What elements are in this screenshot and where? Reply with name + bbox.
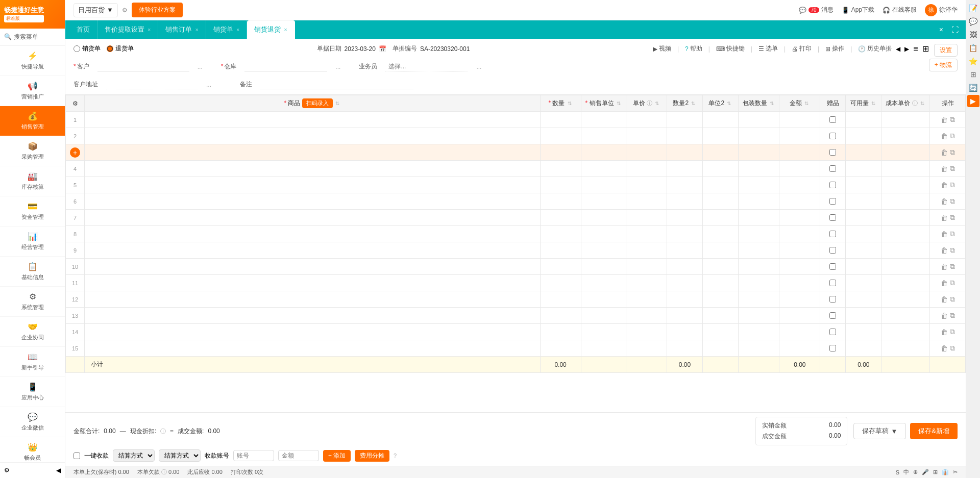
delete-row-1[interactable]: 🗑 [941, 115, 948, 124]
doc-date-value[interactable]: 2023-03-20 [345, 45, 376, 53]
delete-row[interactable]: 🗑 [941, 279, 948, 287]
product-cell[interactable] [85, 259, 541, 275]
tab-sale-return[interactable]: 销货退货 × [247, 20, 295, 39]
copy-row[interactable]: ⧉ [950, 164, 955, 173]
radio-sale-input[interactable] [74, 45, 80, 52]
notification-item[interactable]: 💬 70 消息 [799, 6, 834, 14]
product-input-3[interactable] [89, 148, 536, 156]
qty-sort-icon[interactable]: ⇅ [568, 100, 572, 106]
sidebar-item-base[interactable]: 📋 基础信息 [0, 257, 65, 287]
gift-checkbox-2[interactable] [829, 133, 836, 139]
tab-sale-deliver-close[interactable]: × [236, 27, 239, 33]
copy-row[interactable]: ⧉ [950, 311, 955, 320]
product-cell-3[interactable] [85, 144, 541, 161]
delete-row[interactable]: 🗑 [941, 328, 948, 336]
gift-cell-2[interactable] [820, 128, 846, 144]
video-help-btn[interactable]: ▶ 视频 [653, 44, 671, 53]
delete-row[interactable]: 🗑 [941, 181, 948, 189]
gift-checkbox-1[interactable] [829, 116, 836, 123]
right-panel-star[interactable]: ⭐ [967, 55, 979, 67]
sidebar-item-system[interactable]: ⚙ 系统管理 [0, 287, 65, 317]
one-click-payment-checkbox[interactable] [74, 452, 80, 459]
scan-input-button[interactable]: 扫码录入 [302, 98, 333, 108]
settings-gear-icon[interactable]: ⚙ [122, 7, 128, 14]
next-doc-icon[interactable]: ▶ [904, 45, 909, 53]
sidebar-item-operations[interactable]: 📊 经营管理 [0, 227, 65, 257]
price-cell-3[interactable] [626, 144, 667, 161]
gift-checkbox[interactable] [829, 231, 836, 237]
qty2-cell-1[interactable] [667, 112, 702, 128]
product-cell[interactable] [85, 161, 541, 177]
product-cell-2[interactable] [85, 128, 541, 144]
sidebar-item-finance[interactable]: 💳 资金管理 [0, 196, 65, 227]
add-row-button[interactable]: + [70, 147, 80, 158]
view-grid-icon[interactable]: ⊞ [922, 44, 929, 54]
price-cell-1[interactable] [626, 112, 667, 128]
right-panel-grid[interactable]: ⊞ [967, 68, 979, 81]
copy-row-1[interactable]: ⧉ [950, 115, 955, 124]
product-cell[interactable] [85, 177, 541, 193]
copy-row[interactable]: ⧉ [950, 262, 955, 271]
add-row-cell[interactable]: + [66, 144, 85, 161]
copy-row[interactable]: ⧉ [950, 181, 955, 189]
gift-checkbox[interactable] [829, 263, 836, 270]
delete-row[interactable]: 🗑 [941, 213, 948, 222]
copy-row-2[interactable]: ⧉ [950, 132, 955, 140]
collapse-icon[interactable]: ◀ [56, 467, 61, 474]
calc-method-select[interactable]: 结算方式 [159, 449, 201, 462]
amount-cell-1[interactable] [779, 112, 820, 128]
qty2-cell-2[interactable] [667, 128, 702, 144]
copy-row[interactable]: ⧉ [950, 344, 955, 353]
unit2-cell-3[interactable] [702, 144, 738, 161]
avail-cell-1[interactable] [846, 112, 881, 128]
price-sort-icon[interactable]: ⇅ [655, 100, 659, 106]
save-new-button[interactable]: 保存&新增 [910, 423, 958, 439]
user-profile-item[interactable]: 徐 徐泽华 [925, 4, 958, 16]
tab-sale-deliver[interactable]: 销货单 × [206, 20, 247, 39]
delete-row[interactable]: 🗑 [941, 164, 948, 173]
sidebar-item-sales[interactable]: 💰 销售管理 [0, 106, 65, 136]
gift-checkbox[interactable] [829, 329, 836, 335]
copy-row[interactable]: ⧉ [950, 230, 955, 238]
product-cell[interactable] [85, 210, 541, 226]
delete-row-3[interactable]: 🗑 [941, 148, 948, 157]
delete-row[interactable]: 🗑 [941, 230, 948, 238]
sidebar-item-inventory[interactable]: 🏭 库存核算 [0, 166, 65, 196]
qty2-sort-icon[interactable]: ⇅ [691, 100, 695, 106]
delete-row[interactable]: 🗑 [941, 197, 948, 206]
calendar-icon[interactable]: 📅 [379, 45, 386, 53]
pack-sort-icon[interactable]: ⇅ [770, 100, 774, 106]
unit2-cell-2[interactable] [702, 128, 738, 144]
sidebar-item-wechat[interactable]: 💬 企业微信 [0, 407, 65, 437]
fullscreen-button[interactable]: ⛶ [948, 24, 962, 35]
amount-cell-2[interactable] [779, 128, 820, 144]
product-cell[interactable] [85, 193, 541, 210]
product-cell-1[interactable] [85, 112, 541, 128]
delete-row[interactable]: 🗑 [941, 246, 948, 255]
search-menu-item[interactable]: 🔍 搜索菜单 [0, 29, 65, 46]
unit-cell-2[interactable] [581, 128, 626, 144]
gift-checkbox[interactable] [829, 182, 836, 188]
address-input[interactable] [106, 80, 198, 89]
tab-sale-order[interactable]: 销售订单 × [158, 20, 206, 39]
prev-doc-icon[interactable]: ◀ [896, 45, 900, 53]
sort-icon[interactable]: ⇅ [335, 100, 339, 106]
salesperson-input[interactable] [385, 62, 468, 71]
sidebar-item-purchase[interactable]: 📦 采购管理 [0, 136, 65, 166]
sidebar-item-member[interactable]: 👑 畅会员 [0, 437, 65, 462]
delete-row-2[interactable]: 🗑 [941, 132, 948, 140]
radio-sale-return[interactable]: 退货单 [107, 44, 134, 53]
pack-cell-2[interactable] [738, 128, 779, 144]
cost-cell-1[interactable] [881, 112, 930, 128]
col-settings[interactable]: ⚙ [66, 95, 85, 112]
amount-input[interactable] [278, 450, 319, 461]
save-draft-button[interactable]: 保存草稿 ▼ [853, 423, 906, 439]
cost-cell-2[interactable] [881, 128, 930, 144]
app-download-item[interactable]: 📱 App下载 [842, 6, 874, 14]
settle-method-select[interactable]: 结算方式 [113, 449, 155, 462]
operations-btn[interactable]: ⊞ 操作 [825, 44, 844, 53]
view-list-icon[interactable]: ≡ [913, 44, 918, 54]
copy-row[interactable]: ⧉ [950, 328, 955, 336]
gift-checkbox[interactable] [829, 214, 836, 221]
avail-cell-2[interactable] [846, 128, 881, 144]
